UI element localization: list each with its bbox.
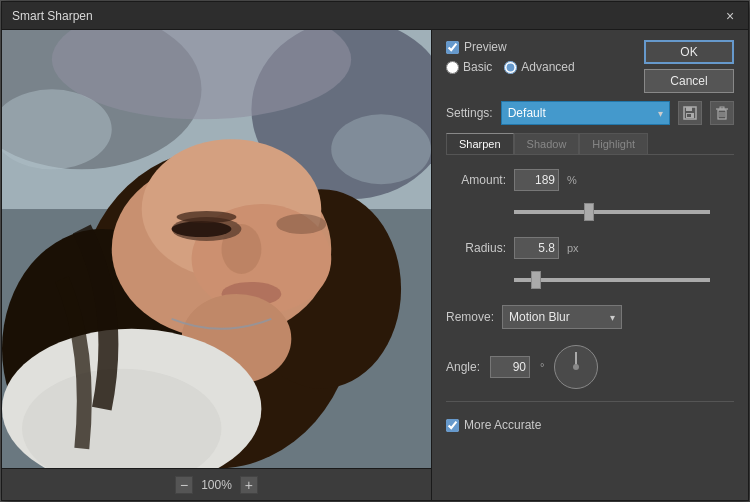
save-preset-button[interactable]: [678, 101, 702, 125]
dial-center-dot: [573, 364, 579, 370]
dialog-title: Smart Sharpen: [12, 9, 93, 23]
settings-row: Settings: Default ▾: [446, 101, 734, 125]
more-accurate-checkbox[interactable]: [446, 419, 459, 432]
radius-slider-row: [446, 269, 734, 291]
remove-dropdown-arrow-icon: ▾: [610, 312, 615, 323]
more-accurate-label: More Accurate: [464, 418, 541, 432]
svg-rect-29: [720, 107, 724, 109]
tab-highlight[interactable]: Highlight: [579, 133, 648, 154]
settings-label: Settings:: [446, 106, 493, 120]
dropdown-arrow-icon: ▾: [658, 108, 663, 119]
top-right-controls: OK Cancel: [644, 40, 734, 93]
advanced-radio[interactable]: [504, 61, 517, 74]
tab-shadow[interactable]: Shadow: [514, 133, 580, 154]
controls-panel: Preview Basic Advanced: [432, 30, 748, 500]
separator: [446, 401, 734, 402]
top-left-controls: Preview Basic Advanced: [446, 40, 632, 93]
angle-row: Angle: °: [446, 345, 734, 389]
svg-point-14: [172, 221, 232, 237]
settings-value: Default: [508, 106, 546, 120]
top-controls: Preview Basic Advanced: [446, 40, 734, 93]
svg-rect-24: [686, 107, 692, 111]
cancel-button[interactable]: Cancel: [644, 69, 734, 93]
zoom-level: 100%: [201, 478, 232, 492]
svg-point-22: [331, 114, 431, 184]
tabs-row: Sharpen Shadow Highlight: [446, 133, 734, 155]
dialog-body: − 100% + Preview Basi: [2, 30, 748, 500]
preview-label: Preview: [464, 40, 507, 54]
trash-icon: [715, 106, 729, 120]
radius-slider[interactable]: [514, 278, 710, 282]
amount-row: Amount: %: [446, 169, 734, 191]
angle-input[interactable]: [490, 356, 530, 378]
ok-button[interactable]: OK: [644, 40, 734, 64]
amount-slider-container: [514, 201, 710, 223]
basic-radio-item: Basic: [446, 60, 492, 74]
angle-label: Angle:: [446, 360, 480, 374]
angle-dial[interactable]: [554, 345, 598, 389]
radius-input[interactable]: [514, 237, 559, 259]
advanced-radio-item: Advanced: [504, 60, 574, 74]
amount-input[interactable]: [514, 169, 559, 191]
remove-label: Remove:: [446, 310, 494, 324]
svg-point-15: [177, 211, 237, 223]
remove-dropdown[interactable]: Motion Blur ▾: [502, 305, 622, 329]
svg-rect-26: [687, 114, 691, 117]
close-button[interactable]: ×: [722, 8, 738, 24]
amount-unit: %: [567, 174, 583, 186]
amount-label: Amount:: [446, 173, 506, 187]
remove-value: Motion Blur: [509, 310, 570, 324]
smart-sharpen-dialog: Smart Sharpen ×: [1, 1, 749, 501]
settings-dropdown[interactable]: Default ▾: [501, 101, 670, 125]
radius-label: Radius:: [446, 241, 506, 255]
preview-checkbox-row: Preview: [446, 40, 632, 54]
title-bar: Smart Sharpen ×: [2, 2, 748, 30]
basic-label: Basic: [463, 60, 492, 74]
floppy-icon: [683, 106, 697, 120]
radius-unit: px: [567, 242, 583, 254]
more-accurate-row: More Accurate: [446, 418, 734, 432]
amount-slider[interactable]: [514, 210, 710, 214]
delete-preset-button[interactable]: [710, 101, 734, 125]
tab-sharpen[interactable]: Sharpen: [446, 133, 514, 154]
degree-symbol: °: [540, 361, 544, 373]
svg-point-16: [276, 214, 326, 234]
preview-panel: − 100% +: [2, 30, 432, 500]
zoom-in-button[interactable]: +: [240, 476, 258, 494]
preview-image: [2, 30, 431, 468]
basic-radio[interactable]: [446, 61, 459, 74]
radius-slider-container: [514, 269, 710, 291]
radius-row: Radius: px: [446, 237, 734, 259]
portrait-svg: [2, 30, 431, 468]
preview-footer: − 100% +: [2, 468, 431, 500]
mode-radio-group: Basic Advanced: [446, 60, 632, 74]
amount-slider-row: [446, 201, 734, 223]
remove-row: Remove: Motion Blur ▾: [446, 305, 734, 329]
preview-checkbox[interactable]: [446, 41, 459, 54]
zoom-out-button[interactable]: −: [175, 476, 193, 494]
advanced-label: Advanced: [521, 60, 574, 74]
